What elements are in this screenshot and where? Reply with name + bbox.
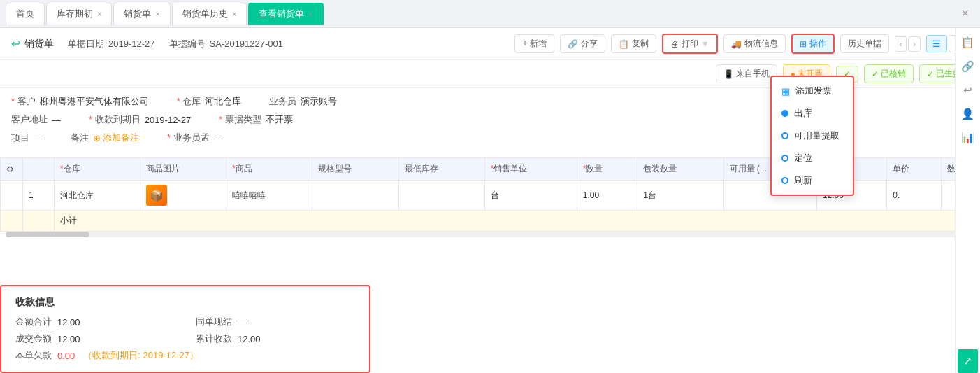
col-sales-unit: *销售单位	[484, 158, 577, 181]
subtotal-gear	[1, 211, 23, 232]
outbound-item[interactable]: 出库	[772, 102, 853, 125]
same-order-value: —	[238, 317, 247, 328]
col-gear: ⚙	[1, 158, 23, 181]
tab-view-sales[interactable]: 查看销货单 ×	[248, 3, 323, 25]
add-invoice-item[interactable]: ▦ 添加发票	[772, 80, 853, 102]
row-product: 嘻嘻嘻嘻	[226, 181, 312, 211]
next-button[interactable]: ›	[908, 36, 921, 52]
cumulative-payment-value: 12.00	[238, 334, 261, 344]
address-value: —	[52, 115, 61, 125]
warehouse-value: 河北仓库	[205, 95, 241, 108]
tab-inventory-init-close[interactable]: ×	[97, 10, 101, 18]
payment-date-field: 收款到期日 2019-12-27	[89, 113, 191, 126]
refresh-item[interactable]: 刷新	[772, 169, 853, 192]
payment-date-value: 2019-12-27	[145, 115, 192, 125]
operate-button[interactable]: ⊞ 操作	[791, 34, 835, 54]
info-same-order: 同单现结 —	[196, 316, 355, 328]
share-icon: 🔗	[568, 39, 578, 49]
row-pack-qty: 1台	[637, 181, 723, 211]
from-phone-button[interactable]: 📱 来自手机	[716, 64, 777, 83]
subtotal-label: 小计	[54, 211, 979, 232]
remark-label: 备注	[71, 132, 89, 144]
tab-sales-order[interactable]: 销货单 ×	[113, 3, 170, 25]
logistics-button[interactable]: 🚚 物流信息	[723, 34, 786, 53]
tab-sales-history-close[interactable]: ×	[232, 10, 236, 18]
tab-view-sales-close[interactable]: ×	[308, 10, 312, 18]
ticket-type-label: 票据类型	[219, 113, 261, 126]
doc-date: 单据日期 2019-12-27	[68, 38, 155, 50]
new-button[interactable]: + 新增	[514, 34, 554, 53]
tab-sales-history[interactable]: 销货单历史 ×	[172, 3, 247, 25]
tab-bar-close[interactable]: ×	[956, 6, 974, 21]
list-view-button[interactable]: ☰	[926, 35, 947, 52]
subtotal-row: 小计	[1, 211, 980, 232]
logistics-icon: 🚚	[731, 39, 742, 49]
info-grid: 金额合计 12.00 同单现结 — 成交金额 12.00 累计收款 12.00 …	[15, 316, 355, 362]
prev-button[interactable]: ‹	[895, 36, 907, 52]
copy-button[interactable]: 📋 复制	[611, 34, 656, 53]
sidebar-icon-clipboard[interactable]: 📋	[958, 34, 977, 52]
row-warehouse: 河北仓库	[54, 181, 140, 211]
locate-item[interactable]: 定位	[772, 147, 853, 169]
remark-field: 备注 ⊕ 添加备注	[71, 132, 139, 144]
staff-label: 业务员	[269, 95, 296, 108]
locate-icon	[781, 153, 788, 164]
number-label: 单据编号	[169, 38, 206, 50]
arrears-extra: （收款到期日: 2019-12-27）	[83, 349, 199, 362]
amount-total-value: 12.00	[57, 317, 80, 328]
warehouse-label: 仓库	[177, 95, 201, 108]
product-image: 📦	[146, 185, 167, 206]
print-icon: 🖨	[670, 39, 679, 49]
ticket-type-value: 不开票	[266, 113, 293, 126]
history-button[interactable]: 历史单据	[840, 34, 889, 53]
tab-sales-order-close[interactable]: ×	[155, 10, 159, 18]
share-button[interactable]: 🔗 分享	[560, 34, 605, 53]
print-button[interactable]: 🖨 打印 ▼	[662, 34, 718, 54]
subtotal-empty	[23, 211, 55, 232]
cumulative-payment-label: 累计收款	[196, 332, 232, 345]
plus-icon: ⊕	[93, 133, 101, 143]
effective-check-icon: ✓	[927, 69, 934, 79]
doc-meta: 单据日期 2019-12-27 单据编号 SA-20191227-001	[68, 38, 283, 50]
sidebar-icon-expand[interactable]: ⤢	[958, 349, 978, 373]
customer-value: 柳州粤港平安气体有限公司	[40, 95, 149, 108]
sidebar-icon-link[interactable]: 🔗	[958, 57, 977, 76]
sold-button[interactable]: ✓ 已核销	[864, 64, 914, 83]
doc-title: ↩ 销货单	[11, 37, 54, 50]
print-dropdown-arrow: ▼	[701, 39, 709, 49]
add-remark-button[interactable]: ⊕ 添加备注	[93, 132, 139, 144]
info-amount-total: 金额合计 12.00	[15, 316, 175, 328]
row-unit-price: 0.	[887, 181, 942, 211]
phone-icon: 📱	[723, 69, 734, 79]
sidebar-icon-undo[interactable]: ↩	[960, 81, 975, 99]
tab-inventory-init[interactable]: 库存期初 ×	[46, 3, 112, 25]
col-unit-price: 单价	[887, 158, 942, 181]
nav-arrows: ‹ ›	[895, 36, 921, 52]
col-product-img: 商品图片	[140, 158, 226, 181]
sidebar-icon-chart[interactable]: 📊	[958, 129, 977, 147]
info-cumulative-payment: 累计收款 12.00	[196, 332, 355, 345]
tab-home[interactable]: 首页	[6, 3, 45, 25]
available-pickup-icon	[781, 131, 788, 141]
sidebar-icon-user[interactable]: 👤	[958, 105, 977, 123]
scroll-thumb[interactable]	[6, 232, 89, 237]
row-spec	[312, 181, 398, 211]
number-value: SA-20191227-001	[210, 38, 284, 49]
payment-date-label: 收款到期日	[89, 113, 140, 126]
tab-bar: 首页 库存期初 × 销货单 × 销货单历史 × 查看销货单 × ×	[0, 0, 980, 28]
row-product-img: 📦	[140, 181, 226, 211]
operate-dropdown: ▦ 添加发票 出库 可用量提取 定位 刷新	[770, 76, 854, 196]
staff-value: 演示账号	[301, 95, 337, 108]
horizontal-scrollbar[interactable]	[6, 232, 974, 237]
project-label: 项目	[11, 132, 29, 144]
sold-check-icon: ✓	[872, 69, 879, 79]
row-min-stock	[398, 181, 484, 211]
project-value: —	[34, 133, 43, 143]
ticket-type-field: 票据类型 不开票	[219, 113, 293, 126]
outbound-icon	[781, 108, 788, 119]
doc-header: ↩ 销货单 单据日期 2019-12-27 单据编号 SA-20191227-0…	[0, 28, 980, 60]
arrears-value: 0.00	[57, 351, 75, 361]
col-pack-qty: 包装数量	[637, 158, 723, 181]
available-pickup-item[interactable]: 可用量提取	[772, 125, 853, 147]
col-warehouse: *仓库	[54, 158, 140, 181]
